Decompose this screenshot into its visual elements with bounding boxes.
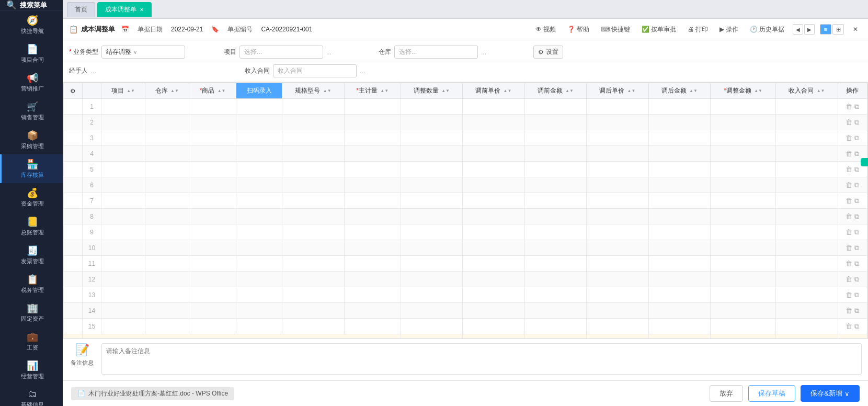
row-after-amount-11[interactable] <box>648 256 710 272</box>
row-adjust-qty-9[interactable] <box>401 224 462 240</box>
copy-row-10-icon[interactable]: ⧉ <box>854 244 859 252</box>
row-product-5[interactable] <box>189 162 236 177</box>
row-after-unit-price-10[interactable] <box>587 240 648 256</box>
row-prev-amount-11[interactable] <box>524 256 586 272</box>
sort-adjust-qty[interactable]: ▲▼ <box>441 88 450 93</box>
delete-row-15-icon[interactable]: 🗑 <box>846 322 852 330</box>
row-warehouse-12[interactable] <box>145 272 189 287</box>
row-scan-8[interactable] <box>236 209 282 224</box>
row-income-contract-2[interactable] <box>776 115 838 130</box>
warehouse-select[interactable]: 选择... <box>394 46 478 59</box>
row-warehouse-7[interactable] <box>145 193 189 209</box>
row-spec-4[interactable] <box>282 146 344 162</box>
toolbar-view-btn[interactable]: 👁 视频 <box>532 24 559 35</box>
copy-row-5-icon[interactable]: ⧉ <box>854 165 859 174</box>
copy-row-12-icon[interactable]: ⧉ <box>854 275 859 284</box>
row-spec-15[interactable] <box>282 319 344 334</box>
row-prev-unit-price-6[interactable] <box>463 177 524 193</box>
row-spec-7[interactable] <box>282 193 344 209</box>
row-scan-3[interactable] <box>236 130 282 146</box>
row-after-unit-price-13[interactable] <box>587 287 648 303</box>
row-unit-13[interactable] <box>344 287 401 303</box>
row-income-contract-11[interactable] <box>776 256 838 272</box>
sort-after-unit-price[interactable]: ▲▼ <box>627 88 636 93</box>
copy-row-15-icon[interactable]: ⧉ <box>854 322 859 331</box>
row-product-2[interactable] <box>189 115 236 130</box>
sidebar-logo-text[interactable]: 搜索菜单 <box>20 1 47 10</box>
row-prev-unit-price-12[interactable] <box>463 272 524 287</box>
row-product-14[interactable] <box>189 303 236 319</box>
sort-adjust-amount[interactable]: ▲▼ <box>754 88 762 93</box>
row-adjust-amount-8[interactable] <box>711 209 776 224</box>
row-scan-5[interactable] <box>236 162 282 177</box>
row-adjust-qty-1[interactable] <box>401 99 462 115</box>
row-after-unit-price-7[interactable] <box>587 193 648 209</box>
row-income-contract-9[interactable] <box>776 224 838 240</box>
row-product-6[interactable] <box>189 177 236 193</box>
row-spec-10[interactable] <box>282 240 344 256</box>
copy-row-4-icon[interactable]: ⧉ <box>854 150 859 158</box>
delete-row-4-icon[interactable]: 🗑 <box>846 150 852 157</box>
row-adjust-amount-7[interactable] <box>711 193 776 209</box>
row-prev-amount-8[interactable] <box>524 209 586 224</box>
copy-row-9-icon[interactable]: ⧉ <box>854 228 859 236</box>
row-after-amount-14[interactable] <box>648 303 710 319</box>
row-adjust-amount-15[interactable] <box>711 319 776 334</box>
row-product-7[interactable] <box>189 193 236 209</box>
row-product-9[interactable] <box>189 224 236 240</box>
row-scan-11[interactable] <box>236 256 282 272</box>
row-income-contract-7[interactable] <box>776 193 838 209</box>
sort-product[interactable]: ▲▼ <box>218 88 226 93</box>
row-prev-unit-price-14[interactable] <box>463 303 524 319</box>
sidebar-item-inventory[interactable]: 🏪 库存核算 <box>0 154 63 183</box>
copy-row-2-icon[interactable]: ⧉ <box>854 118 859 127</box>
row-spec-9[interactable] <box>282 224 344 240</box>
delete-row-9-icon[interactable]: 🗑 <box>846 228 852 236</box>
row-spec-11[interactable] <box>282 256 344 272</box>
sidebar-item-quick-nav[interactable]: 🧭 快捷导航 <box>0 10 63 39</box>
row-adjust-qty-7[interactable] <box>401 193 462 209</box>
col-scan[interactable]: 扫码录入 <box>236 83 282 99</box>
row-prev-amount-13[interactable] <box>524 287 586 303</box>
close-window-btn[interactable]: ✕ <box>849 23 862 36</box>
row-warehouse-1[interactable] <box>145 99 189 115</box>
row-prev-unit-price-8[interactable] <box>463 209 524 224</box>
row-prev-amount-6[interactable] <box>524 177 586 193</box>
row-product-15[interactable] <box>189 319 236 334</box>
copy-row-6-icon[interactable]: ⧉ <box>854 181 859 189</box>
row-adjust-qty-2[interactable] <box>401 115 462 130</box>
row-scan-14[interactable] <box>236 303 282 319</box>
row-unit-5[interactable] <box>344 162 401 177</box>
delete-row-7-icon[interactable]: 🗑 <box>846 197 852 205</box>
row-income-contract-8[interactable] <box>776 209 838 224</box>
row-unit-14[interactable] <box>344 303 401 319</box>
row-income-contract-13[interactable] <box>776 287 838 303</box>
row-warehouse-15[interactable] <box>145 319 189 334</box>
copy-row-14-icon[interactable]: ⧉ <box>854 307 859 315</box>
row-warehouse-2[interactable] <box>145 115 189 130</box>
sidebar-item-invoice[interactable]: 🧾 发票管理 <box>0 241 63 269</box>
row-adjust-qty-13[interactable] <box>401 287 462 303</box>
sidebar-item-project-contract[interactable]: 📄 项目合同 <box>0 39 63 68</box>
row-after-amount-5[interactable] <box>648 162 710 177</box>
row-prev-unit-price-10[interactable] <box>463 240 524 256</box>
delete-row-2-icon[interactable]: 🗑 <box>846 118 852 126</box>
tab-home[interactable]: 首页 <box>67 2 95 17</box>
row-adjust-amount-12[interactable] <box>711 272 776 287</box>
row-scan-7[interactable] <box>236 193 282 209</box>
row-spec-3[interactable] <box>282 130 344 146</box>
delete-row-6-icon[interactable]: 🗑 <box>846 181 852 189</box>
sidebar-item-basic-info[interactable]: 🗂 基础信息 <box>0 385 63 406</box>
row-adjust-qty-14[interactable] <box>401 303 462 319</box>
row-adjust-qty-6[interactable] <box>401 177 462 193</box>
row-unit-12[interactable] <box>344 272 401 287</box>
row-adjust-amount-6[interactable] <box>711 177 776 193</box>
row-product-3[interactable] <box>189 130 236 146</box>
nav-prev-btn[interactable]: ◀ <box>793 24 803 35</box>
discard-button[interactable]: 放弃 <box>710 385 743 402</box>
row-scan-15[interactable] <box>236 319 282 334</box>
row-product-1[interactable] <box>189 99 236 115</box>
row-adjust-qty-15[interactable] <box>401 319 462 334</box>
row-spec-1[interactable] <box>282 99 344 115</box>
sort-project[interactable]: ▲▼ <box>127 88 135 93</box>
